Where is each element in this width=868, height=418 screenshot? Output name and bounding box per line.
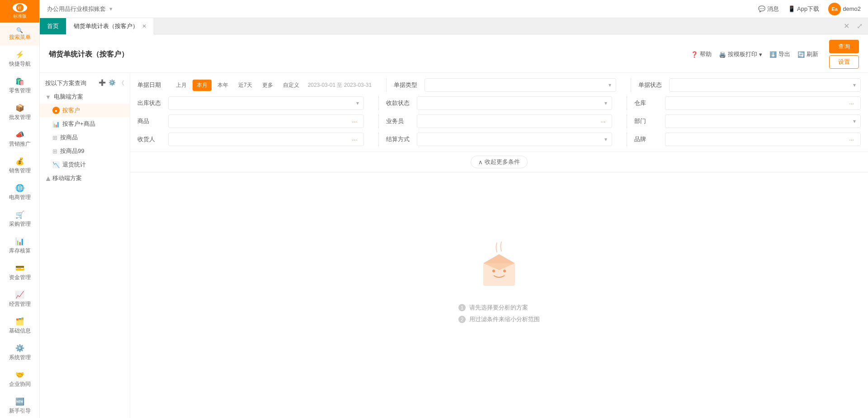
scheme-item-by-product-99[interactable]: ⊞ 按商品99 bbox=[40, 144, 130, 158]
outstatus-input[interactable]: ▾ bbox=[168, 96, 364, 110]
sidebar-item-quicknav[interactable]: ⚡ 快捷导航 bbox=[0, 46, 39, 72]
phone-icon: 📱 bbox=[788, 5, 795, 12]
salesperson-label: 业务员 bbox=[386, 117, 413, 125]
date-btn-more[interactable]: 更多 bbox=[258, 80, 277, 91]
scheme-group-desktop-title[interactable]: ▼ 电脑端方案 bbox=[40, 90, 130, 104]
svg-point-5 bbox=[492, 270, 495, 272]
print-button[interactable]: 🖨️ 按模板打印 ▾ bbox=[719, 50, 762, 58]
refresh-button[interactable]: 🔄 刷新 bbox=[797, 50, 818, 58]
window-close-button[interactable]: ✕ bbox=[844, 22, 849, 30]
date-btn-thismonth[interactable]: 本月 bbox=[193, 80, 212, 91]
sidebar-item-search[interactable]: 🔍 搜索菜单 bbox=[0, 23, 39, 46]
warehouse-input[interactable]: ··· bbox=[665, 96, 861, 110]
type-input[interactable]: ▾ bbox=[425, 78, 616, 92]
collapse-panel-icon[interactable]: 《 bbox=[118, 79, 124, 87]
sidebar-item-purchase[interactable]: 🛒 采购管理 bbox=[0, 206, 39, 233]
scheme-group-mobile-title[interactable]: ▶ 移动端方案 bbox=[40, 171, 130, 185]
sidebar-item-label: 企业协同 bbox=[9, 380, 31, 388]
sidebar-item-system[interactable]: ⚙️ 系统管理 bbox=[0, 339, 39, 366]
sidebar-item-operations[interactable]: 📈 经营管理 bbox=[0, 286, 39, 313]
maximize-button[interactable]: ⤢ bbox=[857, 22, 863, 30]
sidebar-item-label: 销售管理 bbox=[9, 167, 31, 175]
tab-home[interactable]: 首页 bbox=[40, 18, 66, 34]
recipient-input[interactable]: ··· bbox=[168, 133, 364, 146]
logo-area: 好 标准版 bbox=[0, 0, 39, 23]
date-btn-lastmonth[interactable]: 上月 bbox=[172, 80, 191, 91]
hint-text-1: 请先选择要分析的方案 bbox=[469, 302, 528, 314]
department-input[interactable]: ▾ bbox=[665, 114, 861, 128]
sidebar-item-label: 营销推广 bbox=[9, 140, 31, 148]
tab-sales-stats[interactable]: 销货单统计表（按客户） ✕ bbox=[66, 18, 154, 34]
sidebar-item-marketing[interactable]: 📣 营销推广 bbox=[0, 126, 39, 152]
sidebar-item-basic[interactable]: 🗂️ 基础信息 bbox=[0, 313, 39, 339]
settlement-label: 结算方式 bbox=[386, 135, 413, 143]
export-button[interactable]: ⬇️ 导出 bbox=[769, 50, 790, 58]
print-label: 按模板打印 bbox=[728, 50, 757, 58]
settings-scheme-icon[interactable]: ⚙️ bbox=[108, 79, 116, 87]
salesperson-dots-icon[interactable]: ··· bbox=[599, 118, 608, 125]
help-label: 帮助 bbox=[700, 50, 712, 58]
print-icon: 🖨️ bbox=[719, 51, 726, 58]
scheme-item-by-product[interactable]: ⊞ 按商品 bbox=[40, 131, 130, 144]
sidebar-item-inventory[interactable]: 📊 库存核算 bbox=[0, 233, 39, 259]
sidebar-item-enterprise[interactable]: 🤝 企业协同 bbox=[0, 366, 39, 393]
warehouse-dots-icon[interactable]: ··· bbox=[847, 100, 856, 107]
filter-field-status: 单据状态 ▾ bbox=[638, 78, 861, 92]
product-input[interactable]: ··· bbox=[168, 114, 364, 128]
scheme-icon-grid: ⊞ bbox=[52, 134, 57, 141]
breadcrumb-dropdown-icon[interactable]: ▾ bbox=[109, 5, 113, 12]
empty-hint-2: 2 用过滤条件来缩小分析范围 bbox=[458, 314, 540, 325]
collapse-bar: ∧ 收起更多条件 bbox=[130, 152, 868, 172]
date-btn-custom[interactable]: 自定义 bbox=[279, 80, 303, 91]
query-button[interactable]: 查询 bbox=[829, 40, 859, 53]
payment-label: 收款状态 bbox=[386, 99, 413, 107]
inventory-icon: 📊 bbox=[15, 237, 24, 246]
sidebar-item-wholesale[interactable]: 📦 批发管理 bbox=[0, 99, 39, 126]
scheme-item-by-customer-product[interactable]: 📊 按客户+商品 bbox=[40, 117, 130, 131]
scheme-icon-active: ● bbox=[52, 107, 60, 114]
app-download-button[interactable]: 📱 App下载 bbox=[788, 5, 819, 13]
status-label: 单据状态 bbox=[638, 81, 665, 89]
refresh-label: 刷新 bbox=[807, 50, 818, 58]
collapse-button[interactable]: ∧ 收起更多条件 bbox=[471, 156, 528, 168]
refresh-icon: 🔄 bbox=[797, 51, 805, 58]
sidebar-item-label: 采购管理 bbox=[9, 220, 31, 228]
tab-close-button[interactable]: ✕ bbox=[142, 23, 146, 29]
messages-button[interactable]: 💬 消息 bbox=[758, 5, 779, 13]
status-input[interactable]: ▾ bbox=[669, 78, 861, 92]
empty-state: 1 请先选择要分析的方案 2 用过滤条件来缩小分析范围 bbox=[130, 172, 868, 418]
user-menu[interactable]: Ea demo2 bbox=[828, 3, 861, 15]
salesperson-input[interactable]: ··· bbox=[417, 114, 613, 128]
payment-input[interactable]: ▾ bbox=[417, 96, 613, 110]
date-label: 单据日期 bbox=[137, 81, 165, 89]
main-area: 办公用品行业模拟账套 ▾ 💬 消息 📱 App下载 Ea demo2 首页 bbox=[40, 0, 868, 418]
filter-field-department: 部门 ▾ bbox=[634, 114, 861, 128]
brand-input[interactable]: ··· bbox=[665, 133, 861, 146]
date-btn-thisyear[interactable]: 本年 bbox=[213, 80, 232, 91]
collapse-label: 收起更多条件 bbox=[485, 158, 520, 166]
brand-dots-icon[interactable]: ··· bbox=[847, 136, 856, 143]
left-panel: 按以下方案查询 ➕ ⚙️ 《 ▼ 电脑端方案 ● 按客户 bbox=[40, 73, 130, 418]
settings-button[interactable]: 设置 bbox=[829, 55, 859, 69]
sidebar-item-sales[interactable]: 💰 销售管理 bbox=[0, 152, 39, 179]
sidebar-item-newbie[interactable]: 🆕 新手引导 bbox=[0, 393, 39, 418]
product-dots-icon[interactable]: ··· bbox=[350, 118, 359, 125]
hint-num-2: 2 bbox=[458, 316, 466, 323]
sidebar-item-ecommerce[interactable]: 🌐 电商管理 bbox=[0, 179, 39, 206]
sidebar-menu: 🔍 搜索菜单 ⚡ 快捷导航 🛍️ 零售管理 📦 批发管理 📣 营销推广 💰 销售… bbox=[0, 23, 39, 418]
recipient-dots-icon[interactable]: ··· bbox=[350, 136, 359, 143]
payment-chevron-icon: ▾ bbox=[604, 100, 607, 106]
scheme-item-return-stats[interactable]: 📉 退货统计 bbox=[40, 158, 130, 171]
scheme-item-by-customer[interactable]: ● 按客户 bbox=[40, 104, 130, 117]
add-scheme-icon[interactable]: ➕ bbox=[99, 79, 106, 87]
settlement-input[interactable]: ▾ bbox=[417, 133, 613, 146]
help-button[interactable]: ❓ 帮助 bbox=[691, 50, 712, 58]
date-btn-7days[interactable]: 近7天 bbox=[234, 80, 256, 91]
sidebar-item-label: 电商管理 bbox=[9, 194, 31, 201]
empty-illustration bbox=[472, 238, 526, 293]
sidebar-item-retail[interactable]: 🛍️ 零售管理 bbox=[0, 72, 39, 99]
scheme-item-label: 按商品 bbox=[60, 133, 78, 142]
sidebar-item-label: 批发管理 bbox=[9, 114, 31, 121]
sidebar-item-finance[interactable]: 💳 资金管理 bbox=[0, 259, 39, 286]
enterprise-icon: 🤝 bbox=[15, 370, 24, 379]
